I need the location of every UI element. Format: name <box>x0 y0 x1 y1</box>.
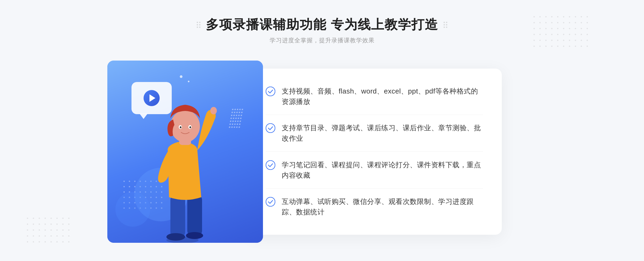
feature-item-3: 学习笔记回看、课程提问、课程评论打分、课件资料下载，重点内容收藏 <box>266 160 483 181</box>
feature-text-3: 学习笔记回看、课程提问、课程评论打分、课件资料下载，重点内容收藏 <box>282 160 483 181</box>
feature-text-2: 支持章节目录、弹题考试、课后练习、课后作业、章节测验、批改作业 <box>282 123 483 144</box>
feature-item-2: 支持章节目录、弹题考试、课后练习、课后作业、章节测验、批改作业 <box>266 123 483 144</box>
title-decorator-left <box>197 22 200 28</box>
bg-dots-tr: for(let i=0;i<60;i++) document.currentSc… <box>533 16 590 49</box>
svg-point-6 <box>170 110 200 142</box>
svg-point-3 <box>166 233 185 241</box>
svg-rect-2 <box>187 195 202 236</box>
svg-point-9 <box>180 126 181 128</box>
title-decorator-right <box>444 22 447 28</box>
feature-text-4: 互动弹幕、试听购买、微信分享、观看次数限制、学习进度跟踪、数据统计 <box>282 196 483 217</box>
svg-point-15 <box>266 197 275 206</box>
check-icon-1 <box>266 87 275 96</box>
main-content: « for(let i=0;i<48;i++) document.current… <box>107 61 537 243</box>
check-icon-2 <box>266 123 275 133</box>
feature-item-4: 互动弹幕、试听购买、微信分享、观看次数限制、学习进度跟踪、数据统计 <box>266 196 483 217</box>
feature-item-1: 支持视频、音频、flash、word、excel、ppt、pdf等各种格式的资源… <box>266 86 483 107</box>
divider-2 <box>266 151 483 152</box>
svg-point-14 <box>266 161 275 170</box>
svg-point-4 <box>186 232 203 239</box>
svg-point-10 <box>189 126 191 128</box>
svg-rect-1 <box>170 195 185 237</box>
svg-point-12 <box>266 87 275 96</box>
title-row: 多项录播课辅助功能 专为线上教学打造 <box>197 16 447 33</box>
divider-3 <box>266 188 483 189</box>
bg-dots-bl: for(let i=0;i<40;i++) document.currentSc… <box>27 218 72 245</box>
check-icon-4 <box>266 197 275 207</box>
svg-point-13 <box>266 124 275 133</box>
main-title: 多项录播课辅助功能 专为线上教学打造 <box>206 16 438 33</box>
svg-point-11 <box>210 107 217 114</box>
illustration-card: for(let i=0;i<48;i++) document.currentSc… <box>107 61 263 243</box>
content-panel: 支持视频、音频、flash、word、excel、ppt、pdf等各种格式的资源… <box>247 69 502 235</box>
features-list: 支持视频、音频、flash、word、excel、ppt、pdf等各种格式的资源… <box>266 82 483 221</box>
page-wrapper: for(let i=0;i<60;i++) document.currentSc… <box>0 0 644 261</box>
person-illustration <box>129 87 241 243</box>
check-icon-3 <box>266 160 275 170</box>
subtitle: 学习进度全掌握，提升录播课教学效果 <box>270 36 375 44</box>
feature-text-1: 支持视频、音频、flash、word、excel、ppt、pdf等各种格式的资源… <box>282 86 483 107</box>
header-section: 多项录播课辅助功能 专为线上教学打造 学习进度全掌握，提升录播课教学效果 <box>197 16 447 44</box>
divider-1 <box>266 115 483 115</box>
